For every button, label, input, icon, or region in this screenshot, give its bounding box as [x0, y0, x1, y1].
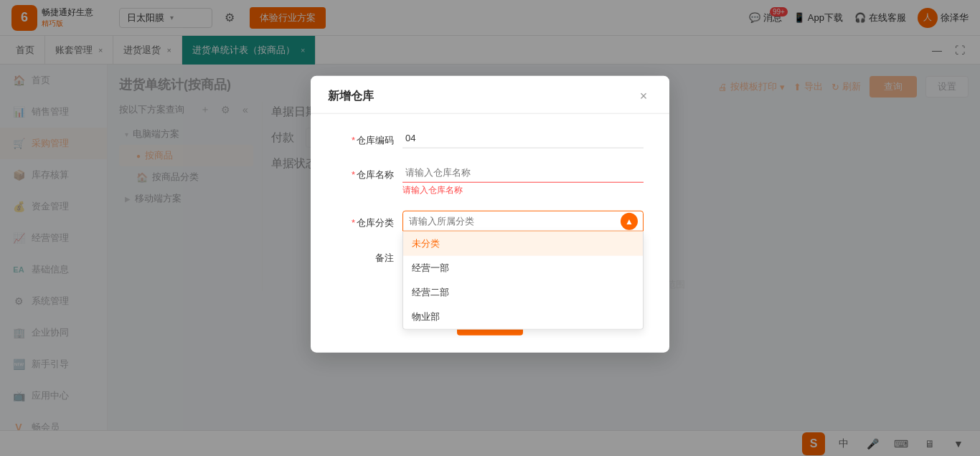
new-warehouse-modal: 新增仓库 × *仓库编码 *仓库名称 请输入仓库名称 *仓库分类: [311, 76, 669, 353]
modal-close-button[interactable]: ×: [635, 87, 652, 105]
name-error-message: 请输入仓库名称: [402, 184, 644, 196]
dropdown-item-ops1[interactable]: 经营一部: [403, 256, 643, 280]
category-select-wrap: ▲ 未分类 经营一部 经营二部 物业部: [402, 211, 644, 232]
category-dropdown: 未分类 经营一部 经营二部 物业部: [402, 232, 644, 330]
category-input[interactable]: [402, 211, 644, 232]
name-label: *仓库名称: [336, 163, 394, 181]
code-input[interactable]: [402, 128, 644, 148]
category-label: *仓库分类: [336, 211, 394, 229]
dropdown-item-ops2[interactable]: 经营二部: [403, 280, 643, 305]
dropdown-item-uncategorized[interactable]: 未分类: [403, 232, 643, 256]
notes-label: 备注: [336, 246, 394, 265]
code-field-wrap: [402, 128, 644, 148]
name-input[interactable]: [402, 163, 644, 183]
category-toggle-icon[interactable]: ▲: [621, 212, 638, 229]
code-label: *仓库编码: [336, 128, 394, 147]
name-field-wrap: 请输入仓库名称: [402, 163, 644, 196]
modal-body: *仓库编码 *仓库名称 请输入仓库名称 *仓库分类 ▲: [311, 114, 669, 305]
form-row-code: *仓库编码: [336, 128, 644, 148]
dropdown-item-property[interactable]: 物业部: [403, 305, 643, 329]
form-row-category: *仓库分类 ▲ 未分类 经营一部 经营二部 物业部: [336, 211, 644, 232]
modal-header: 新增仓库 ×: [311, 76, 669, 114]
modal-title: 新增仓库: [328, 88, 374, 103]
form-row-name: *仓库名称 请输入仓库名称: [336, 163, 644, 196]
